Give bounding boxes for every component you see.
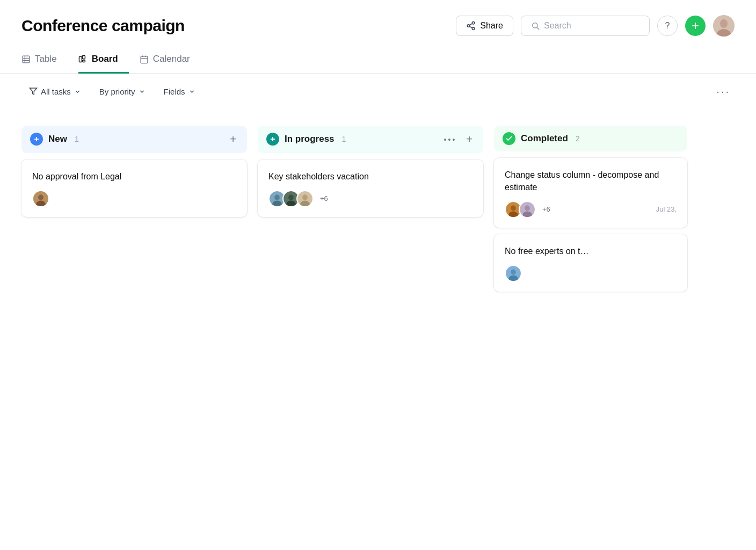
table-icon [21, 55, 31, 64]
avatar-group-2 [268, 190, 314, 207]
svg-rect-15 [82, 55, 85, 59]
avatar-2c [296, 190, 314, 207]
column-completed-label: Completed [521, 133, 568, 144]
svg-point-45 [511, 269, 516, 275]
column-new-add-button[interactable]: + [228, 132, 238, 147]
change-status-date: Jul 23, [656, 205, 677, 213]
page-title: Conference campaign [21, 17, 185, 35]
avatar-group-4 [505, 265, 522, 282]
col-header-left-new: New 1 [30, 133, 79, 146]
help-button[interactable]: ? [657, 16, 678, 36]
toolbar: All tasks By priority Fields ··· [0, 74, 756, 110]
column-new-count: 1 [75, 135, 79, 143]
header: Conference campaign Share Search ? + [0, 0, 756, 47]
filter-icon [29, 87, 38, 96]
chevron-down-icon-3 [188, 88, 195, 95]
svg-point-33 [288, 194, 294, 200]
svg-point-39 [511, 205, 516, 211]
svg-marker-21 [30, 88, 37, 95]
col-header-left-inprogress: In progress 1 [266, 133, 346, 146]
svg-point-30 [274, 194, 280, 200]
col-header-left-completed: Completed 2 [503, 132, 580, 145]
column-inprogress: In progress 1 + Key stakeholders vacatio… [258, 126, 483, 217]
column-new-label: New [48, 134, 67, 144]
avatar-group-3 [505, 201, 536, 218]
column-completed: Completed 2 Change status column - decom… [494, 126, 687, 292]
chevron-down-icon-2 [139, 88, 146, 95]
column-header-completed: Completed 2 [494, 126, 687, 151]
card-change-status[interactable]: Change status column - decompose and est… [494, 158, 687, 228]
card-change-status-footer: +6 Jul 23, [505, 201, 677, 218]
calendar-icon [140, 55, 149, 64]
column-inprogress-label: In progress [285, 134, 335, 144]
share-icon [466, 21, 476, 31]
avatar-group-1 [32, 190, 49, 207]
search-icon [531, 21, 540, 30]
toolbar-left: All tasks By priority Fields [21, 83, 203, 100]
by-priority-button[interactable]: By priority [92, 83, 153, 100]
svg-rect-16 [82, 60, 85, 62]
tab-board[interactable]: Board [78, 47, 129, 74]
fields-label: Fields [164, 87, 185, 96]
column-header-inprogress: In progress 1 + [258, 126, 483, 153]
svg-rect-10 [23, 56, 30, 63]
card-stakeholders-title: Key stakeholders vacation [268, 170, 473, 183]
column-inprogress-count: 1 [342, 135, 346, 143]
card-no-approval-title: No approval from Legal [32, 170, 236, 183]
card-no-free-experts-title: No free experts on t… [505, 245, 677, 257]
card-no-free-experts[interactable]: No free experts on t… [494, 234, 687, 292]
svg-rect-14 [79, 56, 82, 62]
search-box[interactable]: Search [521, 16, 650, 36]
svg-point-36 [302, 194, 308, 200]
svg-line-3 [470, 26, 473, 28]
by-priority-label: By priority [99, 87, 135, 96]
board-icon [78, 55, 88, 64]
user-avatar[interactable] [713, 15, 735, 37]
card-no-approval-footer [32, 190, 236, 207]
stakeholders-extra-count: +6 [320, 194, 328, 202]
header-left: Conference campaign [21, 17, 185, 35]
help-label: ? [665, 21, 670, 31]
status-icon-completed [503, 132, 515, 145]
column-inprogress-add-button[interactable]: + [464, 132, 475, 147]
board: New 1 + No approval from Legal [0, 110, 756, 314]
search-placeholder: Search [544, 21, 571, 31]
svg-point-25 [38, 194, 43, 200]
card-stakeholders[interactable]: Key stakeholders vacation [258, 160, 483, 217]
tab-table-label: Table [35, 54, 57, 64]
column-inprogress-more-button[interactable] [442, 133, 459, 146]
add-icon: + [692, 19, 699, 32]
share-button[interactable]: Share [456, 16, 513, 36]
status-icon-new [30, 133, 43, 146]
avatar-4a [505, 265, 522, 282]
svg-point-8 [720, 19, 728, 28]
status-icon-inprogress [266, 133, 279, 146]
avatar-1 [32, 190, 49, 207]
toolbar-more[interactable]: ··· [712, 83, 735, 100]
chevron-down-icon [74, 88, 81, 95]
svg-point-42 [525, 205, 530, 211]
svg-point-5 [533, 23, 537, 28]
column-completed-count: 2 [576, 134, 580, 143]
add-button[interactable]: + [685, 16, 706, 36]
card-change-status-title: Change status column - decompose and est… [505, 169, 677, 193]
card-no-free-experts-footer [505, 265, 677, 282]
svg-rect-17 [141, 56, 148, 63]
tab-table[interactable]: Table [21, 47, 68, 74]
card-no-approval[interactable]: No approval from Legal [21, 160, 247, 217]
column-new: New 1 + No approval from Legal [21, 126, 247, 217]
share-label: Share [480, 21, 503, 31]
col-actions-inprogress: + [442, 132, 475, 147]
svg-line-6 [537, 27, 539, 29]
change-status-extra-count: +6 [542, 205, 550, 213]
tab-calendar[interactable]: Calendar [140, 47, 201, 74]
tab-board-label: Board [92, 54, 118, 64]
col-actions-new: + [228, 132, 238, 147]
fields-button[interactable]: Fields [156, 83, 203, 100]
column-header-new: New 1 + [21, 126, 247, 153]
card-stakeholders-footer: +6 [268, 190, 473, 207]
tabs-bar: Table Board Calendar [0, 47, 756, 74]
all-tasks-button[interactable]: All tasks [21, 83, 89, 100]
avatar-3b [519, 201, 536, 218]
tab-calendar-label: Calendar [153, 54, 190, 64]
